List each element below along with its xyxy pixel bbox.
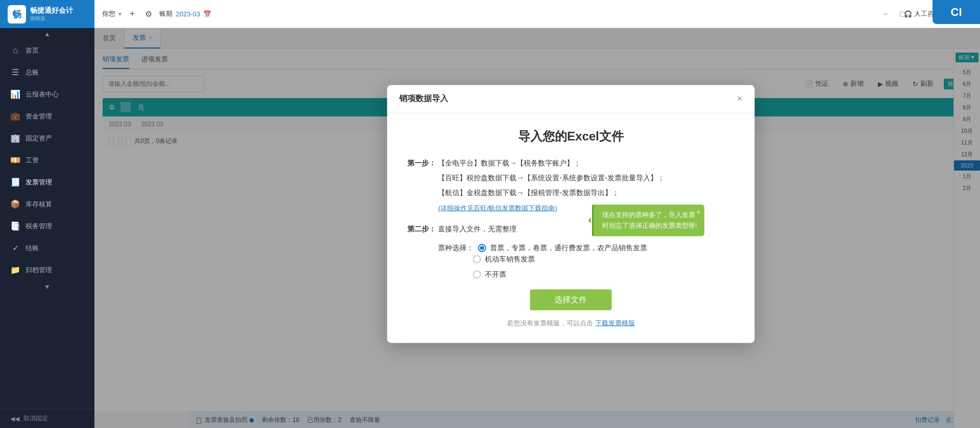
sidebar-item-label: 工资 — [26, 156, 39, 165]
tooltip-text: 现在支持的票种多了，导入发票时别忘了选择正确的发票类型呀! — [599, 210, 697, 231]
sidebar-item-salary[interactable]: 💴 工资 — [0, 149, 94, 171]
sidebar-item-archive[interactable]: 📁 归档管理 — [0, 259, 94, 281]
sidebar-item-ledger[interactable]: ☰ 总账 — [0, 61, 94, 83]
checkout-icon: ✓ — [10, 243, 20, 253]
sidebar-item-label: 结账 — [26, 244, 39, 253]
radio-circle-3 — [473, 270, 481, 278]
sidebar-item-fund[interactable]: 💼 资金管理 — [0, 105, 94, 127]
step2-label: 第二步： — [407, 222, 438, 235]
sidebar-item-label: 首页 — [26, 46, 39, 55]
current-user: 你您 — [102, 9, 115, 18]
sidebar-item-checkout[interactable]: ✓ 结账 — [0, 237, 94, 259]
modal-close-btn[interactable]: × — [737, 93, 743, 104]
radio-label-3: 不开票 — [485, 270, 506, 279]
radio-item-2[interactable]: 机动车销售发票 — [473, 254, 734, 264]
sidebar-item-home[interactable]: ⌂ 首页 — [0, 40, 94, 61]
archive-icon: 📁 — [10, 265, 20, 275]
maximize-btn[interactable]: □ — [897, 9, 908, 20]
unpin-icon: ◀◀ — [10, 415, 19, 422]
step2-text: 直接导入文件，无需整理 — [438, 224, 517, 232]
topbar: 你您 ▼ + ⚙ 账期 2023-03 📅 🎧 人工咨询 👤 用友 － □ × — [94, 0, 980, 28]
sidebar-item-label: 固定资产 — [26, 134, 52, 143]
sidebar-item-tax[interactable]: 📑 税务管理 — [0, 215, 94, 237]
sidebar-item-label: 资金管理 — [26, 112, 52, 121]
sidebar-item-label: 总账 — [26, 68, 39, 77]
window-controls: － □ × — [872, 0, 929, 28]
logo-sub: 旗舰版 — [30, 15, 73, 22]
logo-text: 畅捷通好会计 — [30, 6, 73, 15]
tooltip-bar — [592, 205, 594, 236]
radio-label-1: 普票，专票，卷票，通行费发票，农产品销售发票 — [490, 243, 647, 252]
download-hint: 若您没有发票模版，可以点击 下载发票模版 — [407, 318, 734, 327]
step1-line1: 【全电平台】数据下载→【税务数字账户】； — [438, 157, 734, 170]
reports-icon: 📊 — [10, 89, 20, 99]
radio-label: 票种选择： — [438, 243, 474, 252]
sidebar-item-assets[interactable]: 🏢 固定资产 — [0, 127, 94, 149]
add-button[interactable]: + — [127, 7, 138, 21]
step1-label: 第一步： — [407, 157, 438, 217]
sidebar-logo: 畅 畅捷通好会计 旗舰版 — [0, 0, 94, 28]
tooltip-close-btn[interactable]: × — [697, 208, 700, 218]
radio-group: 票种选择： 普票，专票，卷票，通行费发票，农产品销售发票 机动车销售发票 不开票 — [438, 243, 734, 279]
sidebar: 畅 畅捷通好会计 旗舰版 ▲ ⌂ 首页 ☰ 总账 📊 云报表中心 💼 资金管理 … — [0, 0, 94, 428]
sidebar-item-label: 库存核算 — [26, 200, 52, 209]
scroll-up-arrow[interactable]: ▲ — [0, 28, 94, 40]
scroll-down-arrow[interactable]: ▼ — [0, 281, 94, 293]
unpin-label: 取消固定 — [23, 414, 48, 423]
radio-item-3[interactable]: 不开票 — [473, 270, 734, 279]
calendar-icon: 📅 — [203, 10, 211, 18]
sidebar-item-label: 税务管理 — [26, 222, 52, 231]
period-value: 2023-03 — [176, 10, 200, 18]
home-icon: ⌂ — [10, 46, 20, 55]
select-file-btn[interactable]: 选择文件 — [530, 289, 611, 310]
sidebar-item-inventory[interactable]: 📦 库存核算 — [0, 193, 94, 215]
radio-label-2: 机动车销售发票 — [485, 254, 535, 264]
radio-circle-2 — [473, 255, 481, 263]
sidebar-item-label: 发票管理 — [26, 178, 52, 187]
download-template-link[interactable]: 下载发票模版 — [595, 319, 635, 326]
minimize-btn[interactable]: － — [878, 8, 893, 20]
sidebar-menu: ▲ ⌂ 首页 ☰ 总账 📊 云报表中心 💼 资金管理 🏢 固定资产 💴 工资 🧾… — [0, 28, 94, 409]
modal-title: 销项数据导入 — [399, 93, 448, 104]
sidebar-bottom[interactable]: ◀◀ 取消固定 — [0, 409, 94, 428]
inventory-icon: 📦 — [10, 199, 20, 209]
topbar-user-selector[interactable]: 你您 ▼ — [102, 9, 122, 18]
ci-badge: CI — [933, 0, 980, 24]
sidebar-item-label: 归档管理 — [26, 266, 52, 275]
ledger-icon: ☰ — [10, 67, 20, 77]
radio-item-1[interactable]: 普票，专票，卷票，通行费发票，农产品销售发票 — [478, 243, 647, 252]
modal-main-title: 导入您的Excel文件 — [407, 128, 734, 145]
step1-line2: 【百旺】税控盘数据下载→【系统设置-系统参数设置-发票批量导入】； — [438, 172, 734, 184]
settings-icon[interactable]: ⚙ — [142, 7, 155, 21]
close-btn[interactable]: × — [912, 9, 923, 20]
sidebar-item-reports[interactable]: 📊 云报表中心 — [0, 83, 94, 105]
modal-header: 销项数据导入 × — [387, 85, 754, 113]
user-dropdown-arrow: ▼ — [117, 11, 122, 17]
radio-circle-1 — [478, 244, 486, 252]
period-label: 账期 — [159, 9, 173, 18]
sidebar-item-label: 云报表中心 — [26, 90, 59, 99]
tooltip-bubble: × 现在支持的票种多了，导入发票时别忘了选择正确的发票类型呀! — [592, 205, 704, 236]
invoice-icon: 🧾 — [10, 177, 20, 187]
step1-line3: 【航信】金税盘数据下载→【报税管理-发票数据导出】； — [438, 186, 734, 199]
tax-icon: 📑 — [10, 221, 20, 231]
sidebar-item-invoice[interactable]: 🧾 发票管理 — [0, 171, 94, 193]
logo-icon: 畅 — [8, 5, 26, 23]
salary-icon: 💴 — [10, 155, 20, 165]
step1-link[interactable]: (详细操作见百旺/航信发票数据下载指南) — [438, 204, 557, 211]
topbar-period: 账期 2023-03 📅 — [159, 9, 211, 18]
assets-icon: 🏢 — [10, 133, 20, 143]
download-hint-text: 若您没有发票模版，可以点击 — [507, 319, 593, 326]
fund-icon: 💼 — [10, 111, 20, 121]
